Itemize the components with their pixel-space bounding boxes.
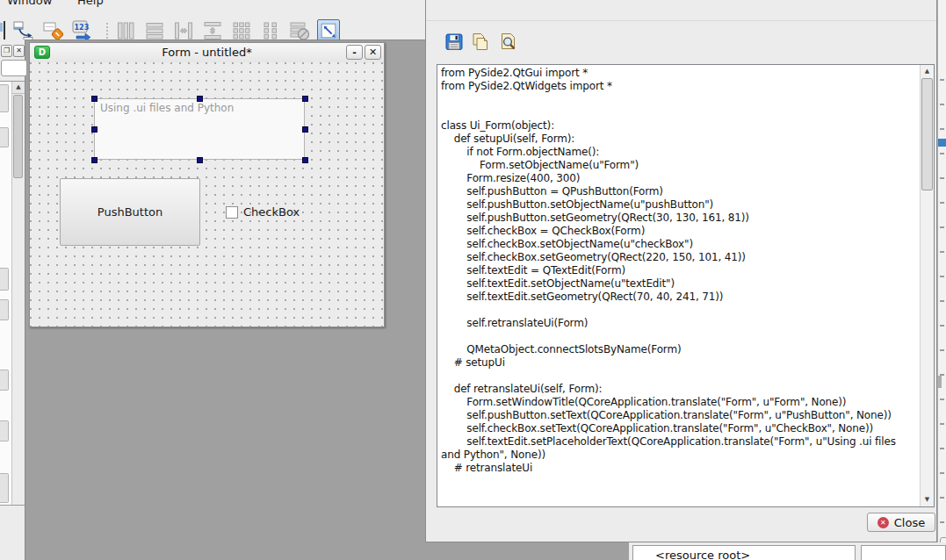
code-line: self.textEdit.setGeometry(QRect(70, 40, … <box>441 291 919 304</box>
resource-root-item[interactable]: <resource root> <box>655 549 750 560</box>
selection-handle[interactable] <box>302 126 308 133</box>
textedit-widget[interactable]: Using .ui files and Python <box>94 98 305 160</box>
menu-item-help[interactable]: Help <box>77 0 104 7</box>
code-line: self.pushButton.setObjectName(u"pushButt… <box>441 198 919 212</box>
code-line: self.textEdit = QTextEdit(Form) <box>441 264 919 277</box>
checkbox-indicator[interactable] <box>226 206 238 219</box>
scroll-up-icon[interactable]: ▲ <box>12 82 25 94</box>
menu-bar: Window Help <box>0 0 425 8</box>
widget-filter-input[interactable] <box>1 60 27 76</box>
widget-box-scrollbar[interactable]: ▲ <box>11 82 25 505</box>
copy-icon <box>471 32 490 52</box>
code-scrollbar[interactable]: ▲ ▼ <box>920 65 934 506</box>
resource-tree-panel[interactable]: <resource root> <box>632 545 856 560</box>
selected-tree-row[interactable] <box>938 139 946 147</box>
resource-list-panel[interactable] <box>861 545 946 560</box>
code-line <box>441 370 919 383</box>
selection-handle[interactable] <box>302 96 308 102</box>
code-line: self.textEdit.setObjectName(u"textEdit") <box>441 277 919 291</box>
form-window-title: Form - untitled* <box>30 46 384 59</box>
code-line: # setupUi <box>441 356 919 370</box>
close-window-button[interactable]: ✕ <box>365 45 381 60</box>
dock-float-button[interactable]: ❐ <box>1 45 12 57</box>
code-line <box>441 106 919 119</box>
dock-close-button[interactable]: ✕ <box>13 45 25 57</box>
code-viewer-dialog: from PySide2.QtGui import *from PySide2.… <box>425 0 937 542</box>
pushbutton-widget[interactable]: PushButton <box>60 178 200 246</box>
selection-handle[interactable] <box>197 157 203 163</box>
widget-category-strip[interactable] <box>0 268 9 291</box>
code-line: def setupUi(self, Form): <box>441 133 919 146</box>
code-line: from PySide2.QtWidgets import * <box>441 80 919 93</box>
code-line: and Python", None)) <box>441 449 919 462</box>
scrollbar-thumb[interactable] <box>13 95 23 178</box>
widget-category-strip[interactable] <box>0 420 9 442</box>
code-line: self.checkBox = QCheckBox(Form) <box>441 225 919 238</box>
code-line <box>441 93 919 106</box>
widget-box-list: ▲ <box>0 81 25 506</box>
widget-category-strip[interactable] <box>0 299 9 320</box>
checkbox-label: CheckBox <box>243 205 300 219</box>
checkbox-widget[interactable]: CheckBox <box>226 205 300 219</box>
selection-handle[interactable] <box>197 96 203 102</box>
code-line: class Ui_Form(object): <box>441 119 919 133</box>
dialog-separator-line <box>426 20 936 21</box>
scroll-up-icon[interactable]: ▲ <box>921 65 934 78</box>
svg-text:123: 123 <box>75 24 90 32</box>
close-dialog-button[interactable]: ✕ Close <box>867 513 935 532</box>
code-line <box>441 304 919 317</box>
code-text: from PySide2.QtGui import *from PySide2.… <box>441 67 919 505</box>
textedit-placeholder: Using .ui files and Python <box>95 99 304 117</box>
copy-button[interactable] <box>471 32 490 52</box>
code-line: self.pushButton.setText(QCoreApplication… <box>441 409 919 422</box>
code-line: Form.setWindowTitle(QCoreApplication.tra… <box>441 396 919 409</box>
widget-category-strip[interactable] <box>0 127 9 147</box>
save-icon <box>444 32 464 52</box>
widget-category-strip[interactable] <box>0 370 9 391</box>
resource-browser-strip: <resource root> <box>629 542 946 560</box>
code-line: QMetaObject.connectSlotsByName(Form) <box>441 343 919 356</box>
toolbar-separator <box>106 23 108 39</box>
generated-code-textarea[interactable]: from PySide2.QtGui import *from PySide2.… <box>437 64 935 507</box>
code-line: self.retranslateUi(Form) <box>441 317 919 330</box>
code-line: self.pushButton.setGeometry(QRect(30, 13… <box>441 212 919 225</box>
close-circle-icon: ✕ <box>877 517 889 528</box>
code-line: self.textEdit.setPlaceholderText(QCoreAp… <box>441 435 919 449</box>
close-button-label: Close <box>894 516 925 529</box>
selection-handle[interactable] <box>91 126 97 133</box>
main-toolbar: 123 <box>0 8 425 39</box>
code-line: from PySide2.QtGui import * <box>441 67 919 80</box>
menu-item-window[interactable]: Window <box>7 0 52 7</box>
selection-handle[interactable] <box>91 96 97 102</box>
scrollbar-thumb[interactable] <box>938 376 942 388</box>
save-button[interactable] <box>444 32 464 52</box>
code-line: def retranslateUi(self, Form): <box>441 383 919 396</box>
selection-handle[interactable] <box>302 157 308 163</box>
code-line: Form.setObjectName(u"Form") <box>441 159 919 172</box>
right-dock-sliver <box>937 0 946 542</box>
form-window-titlebar[interactable]: D Form - untitled* - ✕ <box>30 43 384 63</box>
code-line: Form.resize(400, 300) <box>441 172 919 185</box>
selection-handle[interactable] <box>91 157 97 163</box>
widget-category-strip[interactable] <box>0 473 9 503</box>
scrollbar-thumb[interactable] <box>921 78 933 190</box>
code-line: self.checkBox.setObjectName(u"checkBox") <box>441 238 919 251</box>
code-line: self.checkBox.setGeometry(QRect(220, 150… <box>441 251 919 264</box>
code-line <box>441 330 919 343</box>
widget-category-strip[interactable] <box>0 84 9 112</box>
find-button[interactable] <box>499 32 518 52</box>
code-line: self.checkBox.setText(QCoreApplication.t… <box>441 422 919 435</box>
scroll-down-icon[interactable]: ▼ <box>921 493 934 506</box>
application-window: Window Help <box>0 0 946 560</box>
find-icon <box>499 32 518 52</box>
minimize-button[interactable]: - <box>346 45 363 60</box>
code-line: self.pushButton = QPushButton(Form) <box>441 185 919 198</box>
form-editor-window: D Form - untitled* - ✕ Using .ui files a… <box>29 42 385 327</box>
code-line: if not Form.objectName(): <box>441 146 919 159</box>
widget-box-dock: ❐ ✕ ▲ <box>0 39 25 560</box>
code-line: # retranslateUi <box>441 462 919 475</box>
